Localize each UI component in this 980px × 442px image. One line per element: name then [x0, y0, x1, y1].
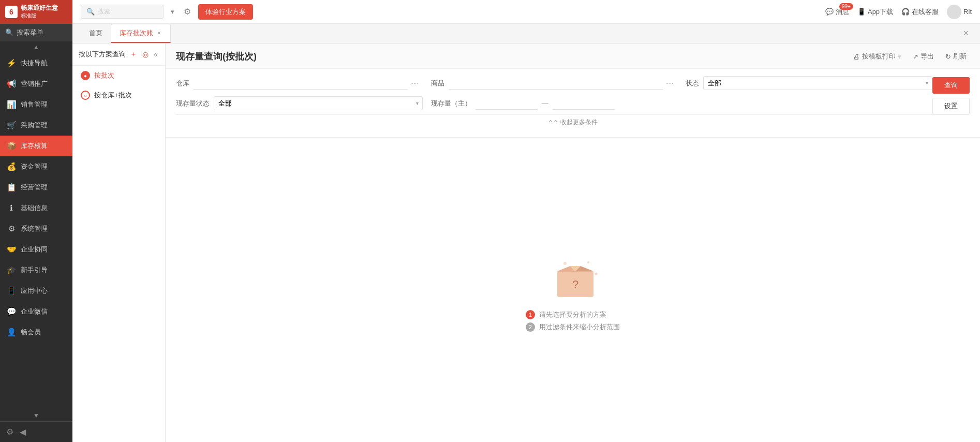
sales-icon: 📊 [6, 99, 17, 110]
sidebar-item-label: 系统管理 [21, 224, 48, 233]
sidebar-item-guide[interactable]: 🎓 新手引导 [0, 260, 72, 281]
stock-qty-max-input[interactable] [553, 97, 615, 110]
sidebar-item-label: 快捷导航 [21, 58, 48, 68]
topbar-settings-button[interactable]: ⚙ [182, 5, 193, 19]
print-button[interactable]: 🖨 按模板打印 ▾ [850, 50, 904, 63]
tab-inventory-batch-label: 库存批次账 [120, 28, 153, 38]
panel-close-button[interactable]: × [960, 27, 972, 40]
finance-icon: 💰 [6, 161, 17, 172]
svg-point-3 [563, 262, 567, 265]
message-button[interactable]: 💬 消息 99+ [825, 7, 849, 17]
tab-close-button[interactable]: × [156, 30, 162, 36]
sidebar-item-label: 营销推广 [21, 79, 48, 89]
app-download-icon: 📱 [857, 8, 866, 16]
basics-icon: ℹ [6, 203, 17, 213]
user-avatar[interactable]: Rit [947, 5, 972, 19]
filter-settings-button[interactable]: 设置 [932, 98, 970, 114]
app-download-button[interactable]: 📱 App下载 [857, 7, 893, 17]
guide-icon: 🎓 [6, 265, 17, 275]
user-name: Rit [963, 8, 972, 16]
sidebar-item-sales[interactable]: 📊 销售管理 [0, 94, 72, 115]
main-area: 🔍 搜索 ▾ ⚙ 体验行业方案 💬 消息 99+ 📱 App下载 🎧 在线客服 [72, 0, 980, 442]
sidebar-item-label: 新手引导 [21, 266, 48, 275]
online-service-label: 在线客服 [912, 7, 939, 17]
plan-icon-batch: ● [81, 71, 90, 80]
print-icon: 🖨 [853, 53, 860, 61]
sidebar-item-label: 基础信息 [21, 203, 48, 213]
export-icon: ↗ [913, 53, 918, 61]
sidebar-item-system[interactable]: ⚙ 系统管理 [0, 218, 72, 239]
tab-inventory-batch[interactable]: 库存批次账 × [111, 24, 171, 43]
empty-state: ? 1 请先选择要分析的方案 2 用过滤条件来缩小分析范围 [166, 138, 980, 442]
tab-home[interactable]: 首页 [81, 24, 111, 43]
warehouse-dots[interactable]: ··· [408, 78, 422, 89]
stock-status-label: 现存量状态 [176, 99, 210, 108]
tabbar: 首页 库存批次账 × × [72, 24, 980, 43]
plan-icon-warehouse: ○ [81, 91, 90, 100]
refresh-icon: ↻ [945, 53, 951, 61]
sidebar-item-appstore[interactable]: 📱 应用中心 [0, 281, 72, 301]
sidebar-item-wechat[interactable]: 💬 企业微信 [0, 301, 72, 322]
sidebar-item-member[interactable]: 👤 畅会员 [0, 322, 72, 343]
status-select[interactable]: 全部 正常 禁用 [703, 76, 932, 90]
hint-number-2: 2 [526, 322, 535, 332]
sidebar-item-inventory[interactable]: 📦 库存核算 [0, 136, 72, 156]
topbar-search-box[interactable]: 🔍 搜索 [81, 5, 164, 19]
inventory-icon: 📦 [6, 141, 17, 151]
sidebar-search[interactable]: 🔍 搜索菜单 [0, 24, 72, 41]
sidebar-item-label: 经营管理 [21, 183, 48, 192]
filter-group-warehouse: 仓库 ··· [176, 77, 423, 90]
sidebar-item-finance[interactable]: 💰 资金管理 [0, 156, 72, 177]
chevron-up-icon: ⌃⌃ [548, 119, 558, 126]
right-content: 现存量查询(按批次) 🖨 按模板打印 ▾ ↗ 导出 ↻ 刷新 [166, 43, 980, 442]
sidebar-item-marketing[interactable]: 📢 营销推广 [0, 73, 72, 94]
footer-settings-button[interactable]: ⚙ [5, 426, 14, 438]
page-header: 现存量查询(按批次) 🖨 按模板打印 ▾ ↗ 导出 ↻ 刷新 [166, 43, 980, 69]
status-label: 状态 [686, 79, 699, 88]
stock-qty-dash: — [538, 99, 553, 107]
sidebar-item-operations[interactable]: 📋 经营管理 [0, 177, 72, 198]
filter-row-1: 仓库 ··· 商品 ··· 状态 [176, 76, 932, 90]
shortcuts-icon: ⚡ [6, 58, 17, 68]
plan-item-batch[interactable]: ● 按批次 [72, 66, 165, 85]
empty-hints: 1 请先选择要分析的方案 2 用过滤条件来缩小分析范围 [526, 310, 620, 332]
product-dots[interactable]: ··· [663, 78, 677, 89]
wechat-icon: 💬 [6, 306, 17, 317]
plan-settings-button[interactable]: ◎ [141, 49, 150, 60]
product-label: 商品 [431, 79, 444, 88]
app-edition: 标准版 [21, 12, 58, 20]
filter-fields: 仓库 ··· 商品 ··· 状态 [176, 76, 932, 110]
print-label: 按模板打印 [862, 52, 896, 61]
topbar-dropdown-button[interactable]: ▾ [169, 7, 176, 17]
export-button[interactable]: ↗ 导出 [910, 50, 937, 63]
add-plan-button[interactable]: ＋ [129, 49, 138, 60]
collapse-panel-button[interactable]: « [153, 49, 159, 60]
status-select-wrapper: 全部 正常 禁用 ▾ [703, 76, 932, 90]
stock-status-select[interactable]: 全部 有库存 无库存 [214, 96, 423, 110]
avatar [947, 5, 961, 19]
export-label: 导出 [920, 52, 934, 61]
plan-item-warehouse-batch[interactable]: ○ 按仓库+批次 [72, 85, 165, 105]
message-icon: 💬 [825, 8, 834, 16]
scroll-down-button[interactable]: ▼ [0, 410, 72, 421]
collab-icon: 🤝 [6, 244, 17, 255]
warehouse-input[interactable] [194, 77, 408, 90]
online-service-button[interactable]: 🎧 在线客服 [901, 7, 939, 17]
product-input[interactable] [449, 77, 663, 90]
stock-qty-min-input[interactable] [476, 97, 538, 110]
sidebar-item-purchase[interactable]: 🛒 采购管理 [0, 115, 72, 136]
scroll-up-button[interactable]: ▲ [0, 41, 72, 53]
sidebar-item-basics[interactable]: ℹ 基础信息 [0, 198, 72, 218]
query-button[interactable]: 查询 [932, 77, 970, 94]
filter-action-column: 查询 设置 [932, 76, 970, 114]
sidebar-item-collab[interactable]: 🤝 企业协同 [0, 239, 72, 260]
refresh-button[interactable]: ↻ 刷新 [942, 50, 970, 63]
content: 按以下方案查询 ＋ ◎ « ● 按批次 ○ 按仓库+批次 现存量查询(按批次) [72, 43, 980, 442]
collapse-row[interactable]: ⌃⌃ 收起更多条件 [176, 114, 970, 130]
footer-collapse-button[interactable]: ◀ [19, 426, 27, 438]
trial-button[interactable]: 体验行业方案 [198, 4, 253, 20]
sidebar: 6 畅康通好生意 标准版 🔍 搜索菜单 ▲ ⚡ 快捷导航 📢 营销推广 📊 销售… [0, 0, 72, 442]
hint-text-1: 请先选择要分析的方案 [539, 310, 606, 319]
empty-svg: ? [547, 248, 604, 305]
sidebar-item-shortcuts[interactable]: ⚡ 快捷导航 [0, 53, 72, 73]
